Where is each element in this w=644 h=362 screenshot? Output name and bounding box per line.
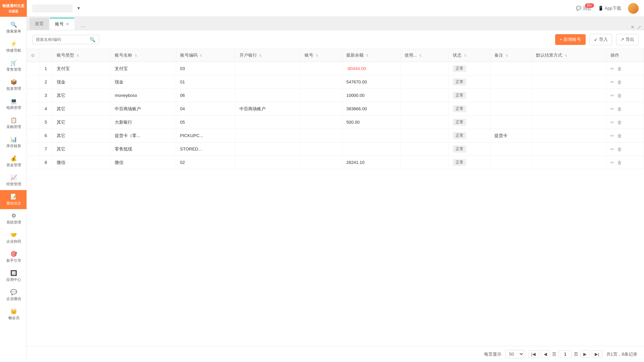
col-usage[interactable]: 使用... ⇅: [400, 49, 448, 62]
delete-button-5[interactable]: 🗑: [617, 133, 622, 138]
delete-button-0[interactable]: 🗑: [617, 66, 622, 71]
close-window-icon[interactable]: ✕: [631, 24, 635, 30]
search-icon[interactable]: 🔍: [90, 37, 95, 42]
row-checkbox-0[interactable]: [27, 62, 39, 75]
row-usage-3: [400, 102, 448, 116]
row-actions-4: ✏ 🗑: [606, 116, 644, 129]
edit-button-2[interactable]: ✏: [610, 93, 614, 98]
sidebar-item-member[interactable]: 👑 畅会员: [0, 305, 26, 324]
tab-label-account: 账号: [55, 21, 64, 27]
import-button[interactable]: ↙ 导入: [590, 34, 612, 45]
basic-icon: 📝: [10, 193, 17, 200]
row-balance-5: [342, 129, 400, 142]
wholesale-icon: 📦: [10, 79, 17, 85]
export-icon: ↗: [621, 37, 624, 42]
search-input[interactable]: [36, 37, 90, 42]
sidebar-item-system[interactable]: ⚙ 系统管理: [0, 209, 26, 228]
col-type[interactable]: 账号类型 ⇅: [53, 49, 111, 62]
edit-button-5[interactable]: ✏: [610, 133, 614, 138]
edit-button-0[interactable]: ✏: [610, 66, 614, 71]
col-bank[interactable]: 开户银行 ⇅: [235, 49, 301, 62]
sidebar-item-search[interactable]: 🔍 搜索菜单: [0, 18, 26, 37]
sidebar-item-retail[interactable]: 🛒 零售管理: [0, 56, 26, 75]
row-status-6: 正常: [449, 142, 490, 156]
sidebar-item-ecommerce[interactable]: 💻 电商管理: [0, 95, 26, 114]
system-icon: ⚙: [11, 213, 16, 219]
edit-button-4[interactable]: ✏: [610, 120, 614, 125]
row-checkbox-4[interactable]: [27, 116, 39, 129]
delete-button-1[interactable]: 🗑: [617, 79, 622, 85]
close-tab-account[interactable]: ✕: [66, 22, 69, 26]
delete-button-7[interactable]: 🗑: [617, 160, 622, 165]
tab-account[interactable]: 账号✕: [50, 18, 74, 30]
sidebar-item-wholesale[interactable]: 📦 批发管理: [0, 75, 26, 95]
row-actions-6: ✏ 🗑: [606, 142, 644, 156]
row-actions-3: ✏ 🗑: [606, 102, 644, 116]
sidebar-item-shortcut[interactable]: ⚡ 快捷导航: [0, 37, 26, 56]
col-default-settle[interactable]: 默认结算方式 ⇅: [532, 49, 606, 62]
app-download-button[interactable]: 📱 App下载: [598, 5, 621, 11]
edit-button-6[interactable]: ✏: [610, 146, 614, 152]
row-actions-5: ✏ 🗑: [606, 129, 644, 142]
per-page-select[interactable]: 50 100 200: [505, 350, 524, 358]
sidebar-item-label-purchase: 采购管理: [6, 124, 21, 129]
row-balance-0: -90444.00: [342, 62, 400, 75]
sidebar-item-inventory[interactable]: 📊 库存核算: [0, 133, 26, 152]
page-input[interactable]: [558, 350, 572, 358]
edit-button-3[interactable]: ✏: [610, 106, 614, 112]
row-code-7: 02: [176, 156, 235, 169]
row-checkbox-5[interactable]: [27, 129, 39, 142]
sidebar-item-label-system: 系统管理: [6, 220, 21, 225]
edit-button-7[interactable]: ✏: [610, 160, 614, 165]
row-balance-7: 28241.10: [342, 156, 400, 169]
sidebar-item-purchase[interactable]: 📋 采购管理: [0, 114, 26, 133]
delete-button-4[interactable]: 🗑: [617, 120, 622, 125]
row-usage-0: [400, 62, 448, 75]
col-settings[interactable]: ⚙: [27, 49, 39, 62]
sidebar-item-finance[interactable]: 💰 资金管理: [0, 152, 26, 171]
col-name[interactable]: 账号名称 ⇅: [111, 49, 176, 62]
col-code[interactable]: 账号编码 ⇅: [176, 49, 235, 62]
sidebar-item-wechat[interactable]: 💬 企业微信: [0, 286, 26, 305]
sidebar-item-enterprise[interactable]: 🤝 企业协同: [0, 228, 26, 247]
header-search-input[interactable]: [32, 4, 72, 12]
avatar[interactable]: [628, 3, 639, 14]
last-page-button[interactable]: ▶|: [592, 350, 602, 358]
col-remark[interactable]: 备注 ⇅: [490, 49, 532, 62]
sidebar-item-appcenter[interactable]: 🔲 应用中心: [0, 266, 26, 286]
row-remark-2: [490, 89, 532, 102]
col-balance[interactable]: 最新余额 ⇅: [342, 49, 400, 62]
col-account-no[interactable]: 账号 ⇅: [301, 49, 342, 62]
delete-button-6[interactable]: 🗑: [617, 146, 622, 152]
ecommerce-icon: 💻: [10, 98, 17, 104]
sidebar-item-label-inventory: 库存核算: [6, 143, 21, 148]
header-dropdown[interactable]: ▼: [76, 6, 81, 11]
sidebar-item-operations[interactable]: 📈 经营管理: [0, 171, 26, 190]
export-button[interactable]: ↗ 导出: [616, 34, 639, 45]
row-checkbox-1[interactable]: [27, 75, 39, 89]
tab-label-home: 首页: [35, 21, 44, 27]
sidebar-item-label-shortcut: 快捷导航: [6, 48, 21, 53]
table-area: ⚙ 账号类型 ⇅ 账号名称 ⇅ 账号编码 ⇅ 开户银行 ⇅ 账号 ⇅ 最新余额 …: [27, 49, 644, 346]
add-account-button[interactable]: + 新增账号: [555, 34, 586, 45]
row-type-2: 其它: [53, 89, 111, 102]
row-checkbox-2[interactable]: [27, 89, 39, 102]
next-page-button[interactable]: ▶: [580, 350, 590, 358]
tab-expand-icon[interactable]: ⋯: [80, 23, 86, 30]
first-page-button[interactable]: |◀: [528, 350, 539, 358]
message-button[interactable]: 💬 消息 99+: [576, 5, 591, 11]
row-checkbox-6[interactable]: [27, 142, 39, 156]
col-status[interactable]: 状态 ⇅: [449, 49, 490, 62]
delete-button-3[interactable]: 🗑: [617, 106, 622, 112]
col-actions: 操作: [606, 49, 644, 62]
table-row: 1 支付宝 支付宝 03 -90444.00 正常 ✏ 🗑: [27, 62, 644, 75]
expand-window-icon[interactable]: ⤢: [637, 24, 641, 30]
edit-button-1[interactable]: ✏: [610, 79, 614, 85]
delete-button-2[interactable]: 🗑: [617, 93, 622, 98]
sidebar-item-guide[interactable]: 🎯 新手引导: [0, 247, 26, 266]
tab-home[interactable]: 首页: [30, 18, 49, 30]
prev-page-button[interactable]: ◀: [541, 350, 550, 358]
row-checkbox-7[interactable]: [27, 156, 39, 169]
sidebar-item-basic[interactable]: 📝 基础信息: [0, 190, 26, 209]
row-checkbox-3[interactable]: [27, 102, 39, 116]
